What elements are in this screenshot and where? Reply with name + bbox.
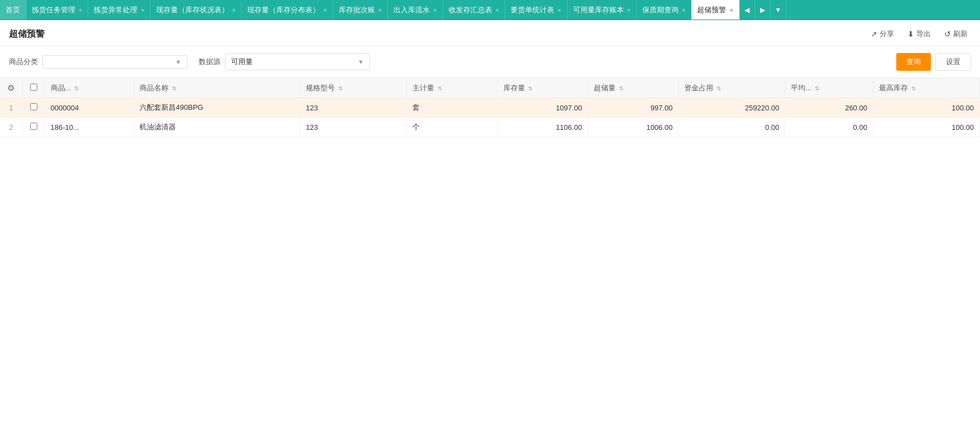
query-button[interactable]: 查询 bbox=[896, 53, 931, 71]
nav-item-available-account[interactable]: 可用量库存账本 × bbox=[568, 0, 637, 20]
page-title: 超储预警 bbox=[9, 28, 45, 40]
close-tab-collect-summary[interactable]: × bbox=[496, 7, 499, 13]
col-header-settings[interactable]: ⚙ bbox=[0, 79, 22, 98]
close-tab-expiry-query[interactable]: × bbox=[682, 7, 685, 13]
category-select-arrow: ▼ bbox=[175, 59, 181, 65]
main-content: 超储预警 ↗ 分享 ⬇ 导出 ↺ 刷新 商品分类 ▼ 数据源 bbox=[0, 20, 980, 446]
close-tab-inventory-status[interactable]: × bbox=[232, 7, 236, 13]
row-check-2[interactable] bbox=[30, 123, 37, 130]
product-code-2: 186-10... bbox=[45, 118, 134, 137]
settings-button[interactable]: 设置 bbox=[935, 53, 971, 71]
sort-icon-spec: ⇅ bbox=[338, 85, 343, 91]
unit-2: 个 bbox=[407, 118, 497, 137]
nav-item-overstock-warning[interactable]: 超储预警 × bbox=[691, 0, 739, 20]
close-tab-batch-account[interactable]: × bbox=[378, 7, 382, 13]
stock-2: 1106.00 bbox=[497, 118, 588, 137]
row-checkbox-2[interactable] bbox=[22, 118, 45, 137]
datasource-filter-label: 数据源 bbox=[199, 57, 220, 67]
close-tab-overstock-warning[interactable]: × bbox=[729, 7, 733, 13]
col-header-overstock[interactable]: 超储量 ⇅ bbox=[588, 79, 678, 98]
col-header-avg[interactable]: 平均... ⇅ bbox=[785, 79, 873, 98]
table-body: 1 0000004 六配套新昌490BPG 123 套 1097.00 997.… bbox=[0, 98, 980, 137]
spec-1: 123 bbox=[300, 98, 407, 118]
nav-item-expiry-query[interactable]: 保质期查询 × bbox=[637, 0, 691, 20]
sort-icon-avg: ⇅ bbox=[815, 85, 819, 91]
share-button[interactable]: ↗ 分享 bbox=[867, 27, 897, 41]
nav-item-inventory-dist[interactable]: 现存量（库存分布表） × bbox=[242, 0, 333, 20]
capital-occ-2: 0.00 bbox=[679, 118, 785, 137]
datasource-select[interactable]: 可用量 ▼ bbox=[225, 54, 370, 70]
nav-item-task-mgmt[interactable]: 拣货任务管理 × bbox=[26, 0, 88, 20]
datasource-select-arrow: ▼ bbox=[358, 59, 364, 65]
sort-icon-stock: ⇅ bbox=[528, 85, 532, 91]
settings-gear-icon[interactable]: ⚙ bbox=[7, 83, 15, 93]
sort-icon-max-stock: ⇅ bbox=[911, 85, 916, 91]
nav-arrow-right[interactable]: ▶ bbox=[755, 0, 771, 20]
page-header: 超储预警 ↗ 分享 ⬇ 导出 ↺ 刷新 bbox=[0, 20, 980, 46]
data-table-container: ⚙ 商品... ⇅ 商品名称 ⇅ 规格型号 ⇅ bbox=[0, 78, 980, 137]
sort-icon-unit: ⇅ bbox=[438, 85, 442, 91]
nav-arrow-left[interactable]: ◀ bbox=[739, 0, 755, 20]
avg-2: 0.00 bbox=[785, 118, 873, 137]
datasource-filter-group: 数据源 可用量 ▼ bbox=[199, 54, 370, 70]
close-tab-inout-flow[interactable]: × bbox=[433, 7, 436, 13]
sort-icon-overstock: ⇅ bbox=[619, 85, 623, 91]
spec-2: 123 bbox=[300, 118, 407, 137]
table-row: 1 0000004 六配套新昌490BPG 123 套 1097.00 997.… bbox=[0, 98, 980, 118]
close-tab-task-mgmt[interactable]: × bbox=[79, 7, 82, 13]
top-navigation: 首页 拣货任务管理 × 拣货异常处理 × 现存量（库存状况表） × 现存量（库存… bbox=[0, 0, 980, 20]
datasource-select-value: 可用量 bbox=[231, 57, 253, 67]
export-icon: ⬇ bbox=[907, 30, 914, 38]
row-checkbox-1[interactable] bbox=[22, 98, 45, 118]
sort-icon-product-code: ⇅ bbox=[74, 85, 79, 91]
nav-item-collect-summary[interactable]: 收发存汇总表 × bbox=[443, 0, 505, 20]
product-name-2: 机油滤清器 bbox=[134, 118, 300, 137]
filter-actions: 查询 设置 bbox=[896, 53, 971, 71]
col-header-product-name[interactable]: 商品名称 ⇅ bbox=[134, 79, 300, 98]
nav-item-home[interactable]: 首页 bbox=[0, 0, 26, 20]
col-header-stock[interactable]: 库存量 ⇅ bbox=[497, 79, 588, 98]
close-tab-available-account[interactable]: × bbox=[627, 7, 631, 13]
stock-1: 1097.00 bbox=[497, 98, 588, 118]
nav-arrow-more[interactable]: ▼ bbox=[771, 0, 786, 20]
row-num-2: 2 bbox=[0, 118, 22, 137]
select-all-checkbox[interactable] bbox=[30, 84, 37, 91]
export-button[interactable]: ⬇ 导出 bbox=[904, 27, 934, 41]
category-filter-label: 商品分类 bbox=[9, 57, 38, 67]
overstock-table: ⚙ 商品... ⇅ 商品名称 ⇅ 规格型号 ⇅ bbox=[0, 78, 980, 137]
col-header-max-stock[interactable]: 最高库存 ⇅ bbox=[873, 79, 979, 98]
nav-item-abnormal[interactable]: 拣货异常处理 × bbox=[88, 0, 150, 20]
nav-item-batch-account[interactable]: 库存批次账 × bbox=[333, 0, 388, 20]
col-header-unit[interactable]: 主计量 ⇅ bbox=[407, 79, 497, 98]
row-check-1[interactable] bbox=[30, 103, 37, 110]
product-code-1: 0000004 bbox=[45, 98, 134, 118]
close-tab-order-stats[interactable]: × bbox=[558, 7, 561, 13]
col-header-product-code[interactable]: 商品... ⇅ bbox=[45, 79, 134, 98]
nav-item-order-stats[interactable]: 要货单统计表 × bbox=[505, 0, 567, 20]
filter-bar: 商品分类 ▼ 数据源 可用量 ▼ 查询 设置 bbox=[0, 46, 980, 78]
table-header-row: ⚙ 商品... ⇅ 商品名称 ⇅ 规格型号 ⇅ bbox=[0, 79, 980, 98]
refresh-icon: ↺ bbox=[944, 30, 951, 38]
category-select[interactable]: ▼ bbox=[42, 55, 188, 69]
table-row: 2 186-10... 机油滤清器 123 个 1106.00 1006.00 … bbox=[0, 118, 980, 137]
max-stock-1: 100.00 bbox=[873, 98, 979, 118]
max-stock-2: 100.00 bbox=[873, 118, 979, 137]
overstock-1: 997.00 bbox=[588, 98, 678, 118]
avg-1: 260.00 bbox=[785, 98, 873, 118]
share-icon: ↗ bbox=[871, 30, 877, 38]
capital-occ-1: 259220.00 bbox=[679, 98, 785, 118]
col-header-spec[interactable]: 规格型号 ⇅ bbox=[300, 79, 407, 98]
col-header-checkbox[interactable] bbox=[22, 79, 45, 98]
refresh-button[interactable]: ↺ 刷新 bbox=[941, 27, 971, 41]
unit-1: 套 bbox=[407, 98, 497, 118]
nav-item-inout-flow[interactable]: 出入库流水 × bbox=[388, 0, 443, 20]
product-name-1: 六配套新昌490BPG bbox=[134, 98, 300, 118]
overstock-2: 1006.00 bbox=[588, 118, 678, 137]
close-tab-abnormal[interactable]: × bbox=[141, 7, 144, 13]
col-header-capital-occ[interactable]: 资金占用 ⇅ bbox=[679, 79, 785, 98]
sort-icon-capital-occ: ⇅ bbox=[717, 85, 721, 91]
header-actions: ↗ 分享 ⬇ 导出 ↺ 刷新 bbox=[867, 27, 971, 41]
close-tab-inventory-dist[interactable]: × bbox=[323, 7, 326, 13]
nav-item-inventory-status[interactable]: 现存量（库存状况表） × bbox=[151, 0, 242, 20]
row-num-1: 1 bbox=[0, 98, 22, 118]
